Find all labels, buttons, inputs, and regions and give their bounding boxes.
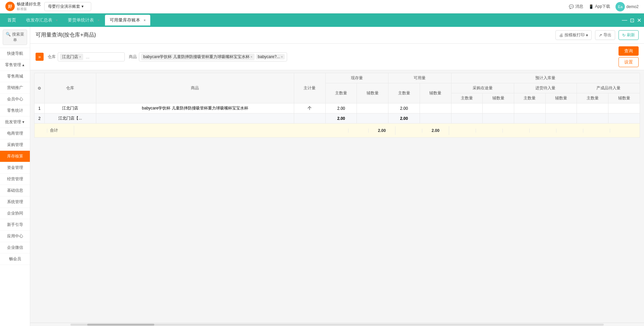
filter-action-group: 查询 设置 bbox=[619, 46, 639, 67]
sidebar-item-wholesale-mgmt[interactable]: 批发管理 ▼ bbox=[0, 117, 30, 128]
tab-order-stats[interactable]: 要货单统计表 × bbox=[63, 15, 104, 26]
row2-available-aux bbox=[420, 113, 451, 124]
app-center-label: 应用中心 bbox=[7, 234, 23, 238]
incoming-main-header: 主数量 bbox=[514, 93, 546, 103]
close-window-icon[interactable]: ✕ bbox=[637, 17, 641, 24]
available-header: 可用量 bbox=[388, 73, 451, 83]
tab-home[interactable]: 首页 bbox=[3, 15, 21, 26]
sidebar-item-vip[interactable]: 畅会员 bbox=[0, 253, 30, 265]
top-bar: 好 畅捷通好生意 标准版 母婴行业演示账套 ▾ 💬 消息 📱 App下载 Ea … bbox=[0, 0, 644, 13]
unit-col-header: 主计量 bbox=[294, 73, 326, 103]
row1-num: 1 bbox=[35, 103, 45, 113]
finance-label: 资金管理 bbox=[7, 165, 23, 170]
table-row: 2 江北门店【... 2.00 2.00 bbox=[35, 113, 640, 124]
tab-income-expense[interactable]: 收发存汇总表 × bbox=[21, 15, 62, 26]
product-tag-text-1: babycare学饮杯 儿童防摔防撞吸管杯重力球吸嘴杯宝宝水杯 bbox=[143, 54, 250, 60]
current-aux-header: 辅数量 bbox=[357, 83, 388, 103]
refresh-icon: ↻ bbox=[622, 33, 626, 38]
product-tag-1: babycare学饮杯 儿童防摔防撞吸管杯重力球吸嘴杯宝宝水杯 × bbox=[141, 54, 255, 60]
message-action[interactable]: 💬 消息 bbox=[569, 4, 583, 9]
tab-inventory-book[interactable]: 可用量库存账本 × bbox=[105, 15, 150, 26]
product-tag-container[interactable]: babycare学饮杯 儿童防摔防撞吸管杯重力球吸嘴杯宝宝水杯 × babyca… bbox=[139, 52, 287, 61]
row2-finished-aux bbox=[608, 113, 640, 124]
sidebar-item-inventory[interactable]: 库存核算 bbox=[0, 151, 30, 162]
sidebar-item-finance[interactable]: 资金管理 bbox=[0, 162, 30, 174]
row2-available-main: 2.00 bbox=[388, 113, 420, 124]
wholesale-label: 批发管理 bbox=[5, 119, 21, 125]
purchase-main-header: 主数量 bbox=[451, 93, 483, 103]
sidebar-item-ecommerce[interactable]: 电商管理 bbox=[0, 128, 30, 139]
export-button[interactable]: ↗ 导出 bbox=[595, 30, 615, 40]
system-label: 系统管理 bbox=[7, 199, 23, 204]
row1-available-main: 2.00 bbox=[388, 103, 420, 113]
sidebar-item-members[interactable]: 会员中心 bbox=[0, 94, 30, 105]
row1-current-aux bbox=[357, 103, 388, 113]
warehouse-tag-container[interactable]: 江北门店 × ... bbox=[58, 52, 125, 61]
user-profile[interactable]: Ea demo2 bbox=[615, 2, 639, 11]
query-button[interactable]: 查询 bbox=[619, 46, 639, 56]
warehouse-filter-group: 仓库 江北门店 × ... bbox=[48, 52, 125, 61]
top-bar-right: 💬 消息 📱 App下载 Ea demo2 bbox=[569, 2, 639, 11]
sidebar-item-retail-stats[interactable]: 零售统计 bbox=[0, 105, 30, 117]
ops-label: 经营管理 bbox=[7, 177, 23, 181]
search-menu-label: 搜索菜单 bbox=[12, 32, 24, 42]
refresh-button[interactable]: ↻ 刷新 bbox=[619, 30, 639, 40]
top-bar-left: 好 畅捷通好生意 标准版 母婴行业演示账套 ▾ bbox=[5, 2, 91, 11]
settings-button[interactable]: 设置 bbox=[619, 57, 639, 67]
sidebar-quick-nav[interactable]: 快捷导航 bbox=[0, 48, 30, 59]
sidebar-item-newbie[interactable]: 新手引导 bbox=[0, 219, 30, 231]
nav-tabs: 首页 收发存汇总表 × 要货单统计表 × 可用量库存账本 × — ⊡ ✕ bbox=[0, 13, 644, 27]
industry-selector[interactable]: 母婴行业演示账套 ▾ bbox=[44, 2, 91, 11]
sidebar-item-retail-shop[interactable]: 零售商城 bbox=[0, 71, 30, 82]
table-container: ⚙ 仓库 商品 主计量 现存量 可用量 预计入库量 主数量 辅数量 主数量 辅数… bbox=[30, 70, 644, 323]
logo-sub: 标准版 bbox=[17, 7, 41, 11]
row2-num: 2 bbox=[35, 113, 45, 124]
search-menu-button[interactable]: 🔍 搜索菜单 bbox=[3, 30, 27, 45]
sidebar-item-marketing[interactable]: 营销推广 bbox=[0, 82, 30, 94]
row2-incoming-aux bbox=[545, 113, 577, 124]
logo-text: 畅捷通好生意 bbox=[17, 2, 41, 6]
main-layout: 🔍 搜索菜单 快捷导航 零售管理 ▲ 零售商城 营销推广 会员中心 零售统计 批… bbox=[0, 27, 644, 326]
basics-label: 基础信息 bbox=[7, 188, 23, 193]
planned-in-header: 预计入库量 bbox=[451, 73, 640, 83]
order-stats-close-icon[interactable]: × bbox=[97, 18, 99, 22]
inventory-book-close-icon[interactable]: × bbox=[144, 18, 146, 22]
enterprise-label: 企业协同 bbox=[7, 211, 23, 216]
horizontal-scrollbar[interactable] bbox=[30, 323, 644, 326]
minimize-icon[interactable]: — bbox=[622, 17, 627, 23]
product-tag-remove-1-icon[interactable]: × bbox=[251, 55, 253, 59]
warehouse-tag-text: 江北门店 bbox=[62, 54, 78, 60]
app-download-action[interactable]: 📱 App下载 bbox=[589, 4, 610, 9]
template-print-button[interactable]: 🖨 按模板打印 ▾ bbox=[555, 30, 592, 40]
sidebar-item-basics[interactable]: 基础信息 bbox=[0, 185, 30, 196]
sidebar-item-enterprise[interactable]: 企业协同 bbox=[0, 208, 30, 219]
sidebar-item-wechat[interactable]: 企业微信 bbox=[0, 242, 30, 253]
maximize-icon[interactable]: ⊡ bbox=[630, 17, 634, 24]
row2-finished-main bbox=[577, 113, 608, 124]
product-tag-remove-2-icon[interactable]: × bbox=[281, 55, 283, 59]
settings-col-header[interactable]: ⚙ bbox=[35, 73, 45, 103]
sidebar-item-ops[interactable]: 经营管理 bbox=[0, 174, 30, 185]
purchase-label: 采购管理 bbox=[7, 142, 23, 147]
wechat-label: 企业微信 bbox=[7, 245, 23, 250]
chevron-down-icon: ▾ bbox=[82, 4, 84, 9]
footer-current-main: 2.00 bbox=[369, 126, 395, 135]
warehouse-tag-remove-icon[interactable]: × bbox=[79, 55, 81, 59]
sidebar-item-retail-mgmt[interactable]: 零售管理 ▲ bbox=[0, 59, 30, 71]
retail-mgmt-label: 零售管理 bbox=[5, 62, 21, 68]
scrollbar-thumb[interactable] bbox=[87, 324, 154, 326]
expand-button[interactable]: » bbox=[36, 53, 44, 61]
logo-text-group: 畅捷通好生意 标准版 bbox=[17, 2, 41, 11]
product-col-header: 商品 bbox=[96, 73, 294, 103]
warehouse-more-icon[interactable]: ... bbox=[85, 54, 91, 59]
print-icon: 🖨 bbox=[559, 33, 563, 38]
income-expense-close-icon[interactable]: × bbox=[56, 18, 58, 22]
sidebar-item-app-center[interactable]: 应用中心 bbox=[0, 231, 30, 242]
sidebar-item-purchase-mgmt[interactable]: 采购管理 bbox=[0, 139, 30, 151]
logo-icon: 好 bbox=[5, 2, 15, 11]
filter-row: » 仓库 江北门店 × ... 商品 babycare学饮杯 儿童防摔防撞吸管杯… bbox=[30, 44, 644, 70]
sidebar-item-system[interactable]: 系统管理 bbox=[0, 196, 30, 208]
row1-current-main: 2.00 bbox=[325, 103, 357, 113]
current-stock-header: 现存量 bbox=[325, 73, 388, 83]
avatar: Ea bbox=[615, 2, 625, 11]
